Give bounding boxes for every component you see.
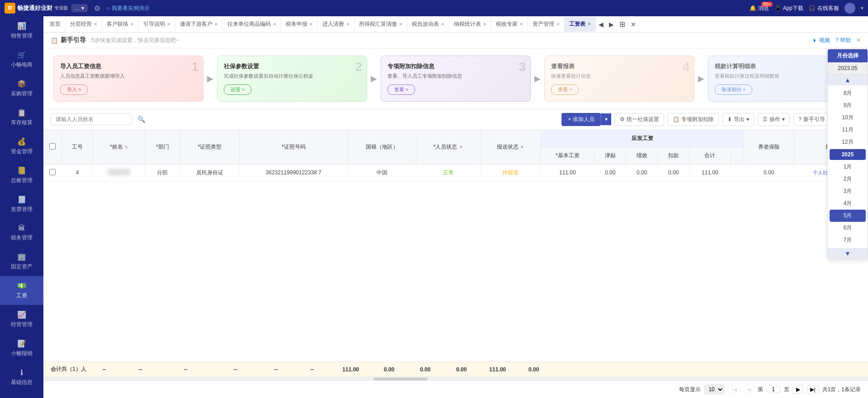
tab-home[interactable]: 首页 (45, 17, 66, 32)
tab-asset-mgmt[interactable]: 资产管理 ✕ (528, 17, 565, 32)
tab-tax-expert[interactable]: 税收专家 ✕ (491, 17, 528, 32)
add-person-dropdown[interactable]: ▾ (601, 113, 611, 125)
sidebar-item-payroll[interactable]: 💵 工资 (0, 276, 43, 305)
tab-clearance-close[interactable]: ✕ (346, 22, 349, 27)
tab-invite-close[interactable]: ✕ (214, 22, 218, 27)
guide-close-btn[interactable]: ✕ (856, 37, 861, 43)
sidebar-item-sales[interactable]: 📊 销售管理 (0, 16, 43, 45)
operations-btn[interactable]: ☰ 操作 ▾ (758, 113, 790, 126)
month-item-10[interactable]: 10月 (828, 112, 868, 124)
tab-goods-code[interactable]: 往来单位商品编码 ✕ (223, 17, 281, 32)
tab-asset-mgmt-close[interactable]: ✕ (556, 22, 560, 27)
guide-help-btn[interactable]: ? 帮助 (835, 37, 851, 44)
sidebar-item-system[interactable]: 🖥 系统管理 (0, 392, 43, 398)
tab-goods-code-close[interactable]: ✕ (273, 22, 276, 27)
month-item-6[interactable]: 6月 (828, 222, 868, 234)
month-item-8[interactable]: 8月 (828, 87, 868, 99)
tab-guide-close[interactable]: ✕ (167, 22, 170, 27)
page-size-select[interactable]: 10 20 50 (704, 384, 724, 394)
month-item-5[interactable]: 5月 (830, 210, 866, 222)
unified-settings-btn[interactable]: ⚙ 统一社保设置 (615, 113, 664, 126)
month-item-12[interactable]: 12月 (828, 136, 868, 148)
tab-tax-wave[interactable]: 税负波动表 ✕ (407, 17, 449, 32)
tab-clearance[interactable]: 进入清册 ✕ (318, 17, 354, 32)
month-item-1[interactable]: 1月 (828, 161, 868, 173)
export-btn[interactable]: ⬇ 导出 ▾ (722, 113, 754, 126)
report-filter-icon[interactable]: ▼ (520, 145, 524, 150)
step-5-btn[interactable]: 敬请期待 > (715, 84, 752, 95)
page-prev-btn[interactable]: ◀ (744, 385, 754, 394)
row-checkbox[interactable] (49, 169, 56, 175)
tab-customer[interactable]: 客户联络 ✕ (102, 17, 139, 32)
app-download-button[interactable]: 📱 App下载 (774, 5, 803, 12)
user-avatar[interactable] (844, 3, 855, 14)
sidebar-item-fixed-assets[interactable]: 🏢 固定资产 (0, 247, 43, 276)
sidebar-item-operations[interactable]: 📈 经营管理 (0, 305, 43, 334)
tab-tax-report-close[interactable]: ✕ (309, 22, 313, 27)
search-button[interactable]: 🔍 (137, 116, 145, 123)
search-input[interactable] (51, 113, 132, 125)
month-down-btn[interactable]: ▼ (843, 250, 853, 257)
tab-nav-left[interactable]: ◀ (596, 21, 606, 28)
tab-tax-stat-close[interactable]: ✕ (483, 22, 486, 27)
guide-video-btn[interactable]: ⏵ 视频 (812, 37, 830, 44)
tab-payroll-close[interactable]: ✕ (587, 22, 591, 27)
tab-dept-close[interactable]: ✕ (94, 22, 97, 27)
demo-link[interactable]: ○ 我要看实例演示 (107, 5, 150, 12)
scroll-indicator[interactable] (43, 377, 868, 380)
tab-invite[interactable]: 邀请下游客户 ✕ (175, 17, 223, 32)
sidebar-item-quick-report[interactable]: 📝 小畅报销 (0, 334, 43, 363)
tab-income-tax[interactable]: 所得税汇算清缴 ✕ (354, 17, 407, 32)
footer-total: 会计共（1）人 (51, 365, 86, 373)
page-number-input[interactable] (767, 386, 780, 393)
sidebar-item-purchase[interactable]: 📦 采购管理 (0, 74, 43, 103)
tab-guide[interactable]: 引导说明 ✕ (139, 17, 175, 32)
sidebar-item-invoice[interactable]: 🧾 发票管理 (0, 190, 43, 219)
tab-tax-expert-close[interactable]: ✕ (519, 22, 523, 27)
page-first-btn[interactable]: |◀ (728, 385, 740, 394)
pagination-bar: 每页显示 10 20 50 |◀ ◀ 第 页 ▶ ▶| 共1页，1条记 (43, 380, 868, 398)
new-guide-btn[interactable]: ? 新手引导 (793, 113, 830, 126)
tab-payroll[interactable]: 工资表 ✕ (565, 17, 596, 32)
sidebar-item-tax[interactable]: 🏛 税务管理 (0, 219, 43, 247)
tab-tax-report[interactable]: 税务申报 ✕ (281, 17, 318, 32)
tab-customer-close[interactable]: ✕ (130, 22, 134, 27)
step-2-btn[interactable]: 设置 > (224, 84, 251, 95)
company-selector[interactable]: ... ▾ (71, 4, 88, 12)
month-item-4[interactable]: 4月 (828, 197, 868, 210)
tab-income-tax-close[interactable]: ✕ (399, 22, 402, 27)
sidebar-item-ledger[interactable]: 📒 总账管理 (0, 161, 43, 190)
select-all-checkbox[interactable] (49, 143, 56, 150)
tab-nav-right[interactable]: ▶ (606, 21, 617, 28)
settings-icon-btn[interactable]: ⚙ (91, 3, 103, 14)
add-person-btn[interactable]: + 添加人员 (561, 113, 601, 126)
tab-close-all[interactable]: ✕ (628, 21, 639, 28)
month-item-11[interactable]: 11月 (828, 124, 868, 136)
tab-tax-wave-close[interactable]: ✕ (441, 22, 444, 27)
special-deduction-btn[interactable]: 📋 专项附加扣除 (668, 113, 719, 126)
tab-more[interactable]: ⊞ (617, 20, 628, 28)
page-next-btn[interactable]: ▶ (793, 385, 803, 394)
add-person-group: + 添加人员 ▾ (561, 113, 611, 126)
status-filter-icon[interactable]: ▼ (459, 145, 463, 150)
tab-tax-stat[interactable]: 纳税统计表 ✕ (449, 17, 491, 32)
content-area: 首页 分层经营 ✕ 客户联络 ✕ 引导说明 ✕ 邀请下游客户 ✕ (43, 16, 868, 398)
month-item-9[interactable]: 9月 (828, 99, 868, 112)
step-3-btn[interactable]: 查看 > (387, 84, 415, 95)
step-4-btn[interactable]: 查看 > (551, 84, 579, 95)
cell-empty (731, 164, 744, 181)
message-button[interactable]: 🔔 消息 99+ (750, 5, 769, 12)
sidebar-item-ecommerce[interactable]: 🛒 小畅电商 (0, 45, 43, 74)
tab-dept[interactable]: 分层经营 ✕ (66, 17, 102, 32)
month-up-btn[interactable]: ▲ (843, 76, 853, 84)
step-1-btn[interactable]: 导入 > (60, 84, 88, 95)
sidebar-item-finance[interactable]: 💰 资金管理 (0, 132, 43, 161)
online-service-button[interactable]: 🎧 在线客服 (809, 5, 839, 12)
page-last-btn[interactable]: ▶| (807, 385, 819, 394)
sidebar-item-inventory[interactable]: 📋 库存核算 (0, 103, 43, 132)
mobile-icon: 📱 (774, 5, 781, 11)
sidebar-item-basic-info[interactable]: ℹ 基础信息 (0, 363, 43, 392)
month-item-2[interactable]: 2月 (828, 173, 868, 185)
month-item-3[interactable]: 3月 (828, 185, 868, 197)
month-item-7[interactable]: 7月 (828, 234, 868, 246)
